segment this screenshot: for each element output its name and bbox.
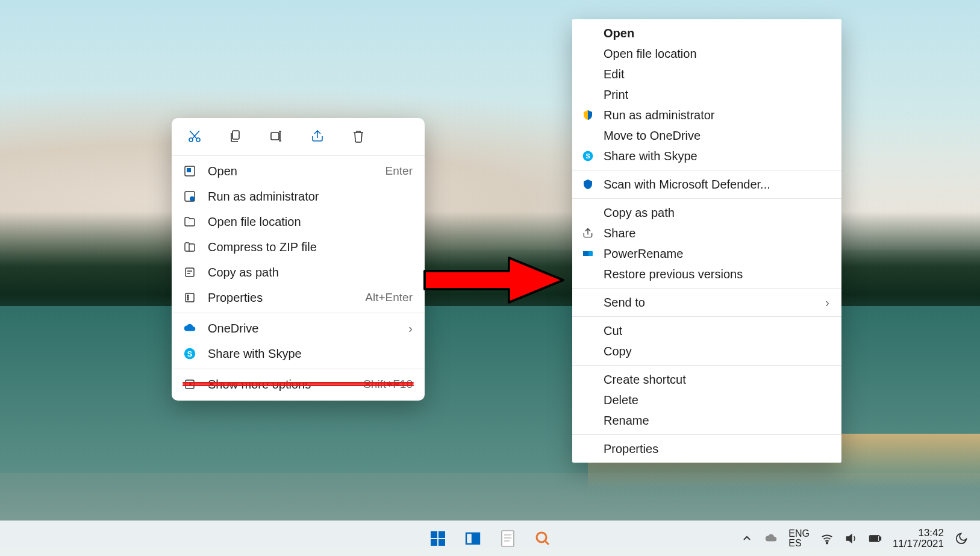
start-button[interactable] bbox=[429, 529, 447, 548]
menu-item-label: Copy as path bbox=[604, 206, 675, 219]
svg-rect-3 bbox=[271, 133, 279, 140]
separator bbox=[172, 313, 425, 313]
svg-rect-26 bbox=[502, 531, 514, 546]
share-icon[interactable] bbox=[309, 128, 326, 145]
menu-item-open[interactable]: Open bbox=[572, 23, 841, 43]
tray-overflow-icon[interactable] bbox=[740, 532, 754, 545]
menu-item-label: Copy as path bbox=[208, 266, 279, 279]
menu-item-label: Open bbox=[604, 27, 634, 40]
defender-icon bbox=[581, 177, 595, 192]
svg-text:S: S bbox=[585, 152, 590, 160]
menu-item-copy-as-path[interactable]: Copy as path bbox=[572, 202, 841, 223]
menu-item-label: PowerRename bbox=[604, 247, 683, 260]
menu-item-onedrive[interactable]: OneDrive › bbox=[172, 316, 425, 341]
copy-icon[interactable] bbox=[227, 128, 244, 145]
separator bbox=[572, 365, 841, 366]
focus-icon[interactable] bbox=[955, 532, 968, 545]
menu-item-copy[interactable]: Copy bbox=[572, 341, 841, 361]
menu-item-delete[interactable]: Delete bbox=[572, 390, 841, 410]
menu-item-label: Copy bbox=[604, 345, 632, 358]
menu-item-shortcut: Alt+Enter bbox=[365, 292, 413, 304]
menu-item-properties[interactable]: Properties bbox=[572, 439, 841, 459]
red-strike-annotation bbox=[183, 384, 414, 386]
menu-item-restore-versions[interactable]: Restore previous versions bbox=[572, 264, 841, 284]
app-icon bbox=[183, 164, 197, 178]
menu-item-open-location[interactable]: Open file location bbox=[172, 209, 425, 234]
chevron-right-icon: › bbox=[408, 322, 413, 335]
svg-point-28 bbox=[826, 542, 828, 544]
menu-item-scan-defender[interactable]: Scan with Microsoft Defender... bbox=[572, 174, 841, 195]
context-menu-modern: Open Enter Run as administrator Open fil… bbox=[172, 118, 425, 401]
svg-point-0 bbox=[189, 138, 193, 142]
menu-item-label: Print bbox=[604, 88, 628, 101]
context-menu-legacy: Open Open file location Edit Print Run a… bbox=[572, 19, 841, 463]
notepad-button[interactable] bbox=[499, 529, 517, 548]
svg-point-12 bbox=[187, 299, 189, 300]
menu-item-send-to[interactable]: Send to › bbox=[572, 292, 841, 313]
menu-item-open-location[interactable]: Open file location bbox=[572, 43, 841, 64]
properties-icon bbox=[183, 290, 197, 305]
menu-item-share-skype[interactable]: S Share with Skype bbox=[572, 146, 841, 166]
shield-admin-icon bbox=[183, 189, 197, 204]
menu-item-powerrename[interactable]: PowerRename bbox=[572, 243, 841, 264]
menu-item-run-as-admin[interactable]: Run as administrator bbox=[172, 184, 425, 209]
menu-item-label: Properties bbox=[604, 442, 658, 455]
menu-item-share[interactable]: Share bbox=[572, 223, 841, 243]
onedrive-icon bbox=[183, 321, 197, 336]
volume-icon[interactable] bbox=[844, 532, 858, 545]
svg-rect-19 bbox=[583, 251, 588, 256]
svg-point-10 bbox=[187, 295, 189, 296]
menu-item-compress-zip[interactable]: Compress to ZIP file bbox=[172, 234, 425, 260]
language-indicator[interactable]: ENG ES bbox=[788, 529, 810, 548]
menu-item-properties[interactable]: Properties Alt+Enter bbox=[172, 285, 425, 310]
menu-item-label: Open bbox=[208, 164, 237, 178]
menu-item-label: Move to OneDrive bbox=[604, 129, 701, 142]
separator bbox=[172, 369, 425, 369]
menu-item-rename[interactable]: Rename bbox=[572, 410, 841, 431]
rename-icon[interactable] bbox=[268, 128, 285, 145]
menu-item-show-more-options[interactable]: Show more options Shift+F10 bbox=[172, 372, 425, 397]
language-secondary: ES bbox=[788, 539, 810, 548]
search-button[interactable] bbox=[534, 529, 552, 548]
uac-shield-icon bbox=[581, 108, 595, 122]
svg-rect-25 bbox=[473, 533, 479, 544]
taskbar: ENG ES 13:42 11/17/2021 bbox=[0, 520, 980, 556]
delete-icon[interactable] bbox=[350, 128, 367, 145]
menu-item-label: OneDrive bbox=[208, 322, 258, 335]
svg-rect-20 bbox=[431, 531, 437, 538]
menu-item-move-onedrive[interactable]: Move to OneDrive bbox=[572, 125, 841, 146]
chevron-right-icon: › bbox=[825, 296, 829, 309]
folder-icon bbox=[183, 214, 197, 229]
clock-time: 13:42 bbox=[918, 528, 944, 539]
battery-icon[interactable] bbox=[869, 532, 882, 545]
menu-item-edit[interactable]: Edit bbox=[572, 64, 841, 84]
menu-item-run-as-admin[interactable]: Run as administrator bbox=[572, 105, 841, 125]
task-view-button[interactable] bbox=[464, 529, 482, 548]
svg-rect-8 bbox=[186, 268, 194, 276]
menu-item-create-shortcut[interactable]: Create shortcut bbox=[572, 369, 841, 390]
svg-rect-21 bbox=[439, 531, 445, 538]
separator bbox=[572, 198, 841, 199]
separator bbox=[572, 288, 841, 289]
menu-item-label: Restore previous versions bbox=[604, 267, 743, 281]
menu-item-print[interactable]: Print bbox=[572, 84, 841, 105]
red-strike-annotation bbox=[183, 382, 414, 384]
menu-item-copy-as-path[interactable]: Copy as path bbox=[172, 260, 425, 285]
menu-item-label: Edit bbox=[604, 67, 624, 81]
wifi-icon[interactable] bbox=[820, 532, 834, 545]
copy-path-icon bbox=[183, 265, 197, 280]
clock[interactable]: 13:42 11/17/2021 bbox=[893, 528, 944, 549]
menu-item-label: Run as administrator bbox=[604, 108, 715, 122]
svg-rect-30 bbox=[880, 537, 881, 540]
onedrive-tray-icon[interactable] bbox=[764, 532, 778, 545]
menu-item-open[interactable]: Open Enter bbox=[172, 158, 425, 184]
zip-icon bbox=[183, 240, 197, 254]
taskbar-tray: ENG ES 13:42 11/17/2021 bbox=[740, 528, 980, 549]
menu-item-label: Share bbox=[604, 226, 635, 240]
cut-icon[interactable] bbox=[186, 128, 203, 145]
svg-text:S: S bbox=[187, 349, 193, 358]
menu-item-share-skype[interactable]: S Share with Skype bbox=[172, 341, 425, 366]
menu-item-label: Create shortcut bbox=[604, 373, 686, 386]
menu-item-label: Open file location bbox=[604, 47, 697, 60]
menu-item-cut[interactable]: Cut bbox=[572, 320, 841, 341]
